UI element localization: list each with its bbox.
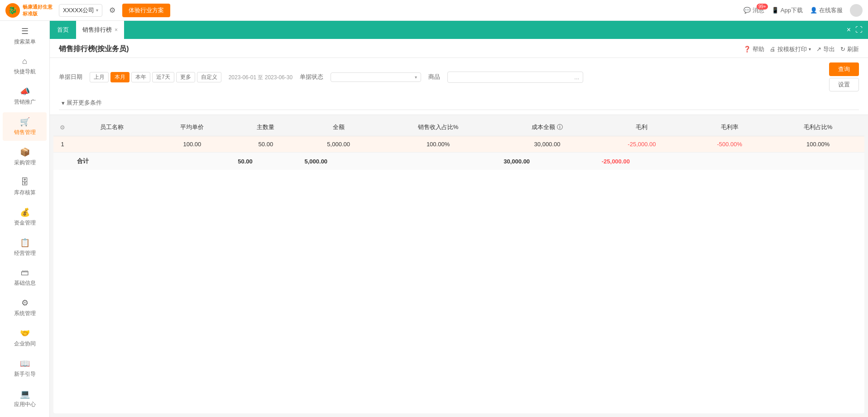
table-col-settings[interactable]: ⚙ (53, 119, 72, 136)
col-avg-price: 平均单价 (152, 119, 233, 136)
status-select-chevron-icon: ▾ (415, 75, 417, 80)
company-selector[interactable]: XXXXX公司 ▾ (59, 4, 102, 17)
cell-avg-price: 100.00 (152, 136, 233, 153)
refresh-button[interactable]: ↻ 刷新 (840, 45, 859, 53)
expand-more-row: ▾ 展开更多条件 (59, 93, 859, 110)
window-maximize-icon[interactable]: ⛶ (855, 26, 863, 34)
footer-quantity: 50.00 (232, 153, 299, 170)
message-button[interactable]: 💬 消息 99+ (743, 6, 764, 14)
refresh-icon: ↻ (840, 46, 845, 53)
table-body: 1100.0050.005,000.00100.00%30,000.00-25,… (53, 136, 864, 153)
tab-close-icon[interactable]: × (115, 27, 118, 33)
query-button[interactable]: 查询 (829, 62, 859, 76)
logo-icon: 🐉 (5, 3, 20, 18)
sidebar-item-sales[interactable]: 🛒 销售管理 (3, 112, 47, 141)
date-buttons: 上月 本月 本年 近7天 更多 自定义 (90, 72, 221, 82)
search-icon: ☰ (21, 26, 29, 36)
date-custom-button[interactable]: 自定义 (197, 72, 221, 82)
cell-gross: -25,000.00 (596, 136, 687, 153)
export-button[interactable]: ↗ 导出 (816, 45, 835, 53)
goods-filter-label: 商品 (428, 73, 440, 81)
status-select[interactable]: ▾ (331, 72, 421, 82)
footer-gross-rate (687, 153, 772, 170)
finance-icon: 💰 (20, 207, 30, 217)
expand-down-icon: ▾ (62, 100, 65, 106)
basics-icon: 🗃 (21, 268, 29, 278)
col-amount: 全额 (299, 119, 378, 136)
topbar-right: 💬 消息 99+ 📱 App下载 👤 在线客服 (743, 4, 863, 17)
sidebar-item-finance[interactable]: 💰 资金管理 (3, 203, 47, 231)
sidebar-item-enterprise[interactable]: 🤝 企业协同 (3, 324, 47, 352)
logo: 🐉 畅康通好生意 标准版 (5, 3, 55, 18)
tab-sales-ranking[interactable]: 销售排行榜 × (76, 21, 124, 39)
app-download-button[interactable]: 📱 App下载 (772, 6, 803, 14)
col-name: 员工名称 (72, 119, 152, 136)
sidebar-item-operations[interactable]: 📋 经营管理 (3, 233, 47, 262)
service-icon: 👤 (810, 7, 817, 14)
tab-home[interactable]: 首页 (50, 21, 76, 39)
sidebar-item-guide[interactable]: 📖 新手引导 (3, 354, 47, 383)
table-container: ⚙ 员工名称 平均单价 主数量 全额 销售收入占比% 成本全额 ⓘ 毛利 毛利率… (53, 119, 864, 413)
data-table: ⚙ 员工名称 平均单价 主数量 全额 销售收入占比% 成本全额 ⓘ 毛利 毛利率… (53, 119, 864, 170)
filter-area: 单据日期 上月 本月 本年 近7天 更多 自定义 2023-06-01 至 20… (50, 58, 868, 115)
cell-cost: 30,000.00 (498, 136, 596, 153)
online-service-button[interactable]: 👤 在线客服 (810, 6, 843, 14)
message-badge: 99+ (757, 4, 768, 10)
page-title: 销售排行榜(按业务员) (59, 44, 743, 54)
sidebar-item-shortcuts[interactable]: ⌂ 快捷导航 (3, 52, 47, 80)
date-filter-label: 单据日期 (59, 73, 82, 81)
col-gross-rate: 毛利率 (687, 119, 772, 136)
sidebar-item-marketing[interactable]: 📣 营销推广 (3, 82, 47, 110)
expand-more-button[interactable]: ▾ 展开更多条件 (62, 99, 856, 107)
enterprise-icon: 🤝 (20, 328, 30, 338)
footer-settings (53, 153, 72, 170)
col-sales-pct: 销售收入占比% (378, 119, 498, 136)
table-row: 1100.0050.005,000.00100.00%30,000.00-25,… (53, 136, 864, 153)
filter-settings-button[interactable]: 设置 (829, 78, 859, 91)
footer-label: 合计 (72, 153, 152, 170)
inventory-icon: 🗄 (21, 177, 29, 187)
goods-input[interactable]: ... (447, 72, 583, 83)
home-icon: ⌂ (22, 57, 27, 66)
print-icon: 🖨 (770, 46, 776, 53)
col-gross-pct: 毛利占比% (772, 119, 864, 136)
table-footer-row: 合计 50.00 5,000.00 30,000.00 -25,000.00 (53, 153, 864, 170)
sidebar-item-system[interactable]: ⚙ 系统管理 (3, 293, 47, 322)
footer-gross-pct (772, 153, 864, 170)
goods-ellipsis-icon: ... (574, 74, 579, 81)
sidebar-item-apps[interactable]: 💻 应用中心 (3, 384, 47, 413)
message-icon: 💬 (743, 7, 751, 14)
trial-button[interactable]: 体验行业方案 (122, 4, 170, 17)
settings-icon[interactable]: ⚙ (106, 4, 119, 17)
date-year-button[interactable]: 本年 (131, 72, 150, 82)
avatar[interactable] (850, 4, 863, 17)
filter-right: 2023-06-01 至 2023-06-30 单据状态 ▾ 商品 ... (229, 62, 859, 91)
tab-controls: × ⛶ (847, 26, 868, 34)
help-button[interactable]: ❓ 帮助 (743, 45, 764, 53)
table-header-row: ⚙ 员工名称 平均单价 主数量 全额 销售收入占比% 成本全额 ⓘ 毛利 毛利率… (53, 119, 864, 136)
page-actions: ❓ 帮助 🖨 按模板打印 ▾ ↗ 导出 ↻ 刷新 (743, 45, 859, 53)
system-icon: ⚙ (21, 298, 29, 308)
sidebar-item-search[interactable]: ☰ 搜索菜单 (3, 22, 47, 50)
cell-name (72, 136, 152, 153)
date-current-month-button[interactable]: 本月 (110, 72, 129, 82)
col-quantity: 主数量 (232, 119, 299, 136)
print-button[interactable]: 🖨 按模板打印 ▾ (770, 45, 811, 53)
export-icon: ↗ (816, 46, 821, 53)
tab-bar: 首页 销售排行榜 × × ⛶ (50, 21, 868, 39)
footer-amount: 5,000.00 (299, 153, 378, 170)
date-more-button[interactable]: 更多 (176, 72, 195, 82)
page-header: 销售排行榜(按业务员) ❓ 帮助 🖨 按模板打印 ▾ ↗ 导出 (50, 39, 868, 58)
date-prev-month-button[interactable]: 上月 (90, 72, 109, 82)
col-cost: 成本全额 ⓘ (498, 119, 596, 136)
footer-avg-price (152, 153, 233, 170)
sidebar-item-wechat[interactable]: 💬 企业微信 (3, 415, 47, 417)
sidebar-item-purchase[interactable]: 📦 采购管理 (3, 143, 47, 171)
cell-sales-pct: 100.00% (378, 136, 498, 153)
sidebar-item-inventory[interactable]: 🗄 库存核算 (3, 173, 47, 201)
date-7days-button[interactable]: 近7天 (152, 72, 174, 82)
content-area: 首页 销售排行榜 × × ⛶ 销售排行榜(按业务员) ❓ 帮助 (50, 21, 868, 417)
sidebar-item-basics[interactable]: 🗃 基础信息 (3, 264, 47, 292)
date-range: 2023-06-01 至 2023-06-30 (229, 74, 293, 81)
window-close-icon[interactable]: × (847, 26, 851, 34)
